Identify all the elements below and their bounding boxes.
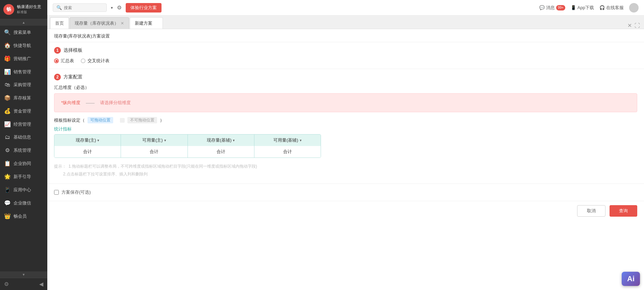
stat-col-4[interactable]: 可用量(基辅) ▾ [254, 135, 321, 146]
section-choose-template: 1 选择模板 汇总表 交叉统计表 [47, 42, 644, 69]
save-checkbox[interactable] [54, 190, 59, 195]
sidebar-item-marketing[interactable]: 🎁 营销推广 [0, 52, 47, 65]
indicator-label-prefix: 模板指标设定（ [54, 117, 85, 123]
sidebar-logo: 畅 畅康通好生意 标准版 [0, 0, 47, 19]
headset-icon: 🎧 [599, 5, 605, 10]
app-download-label: App下载 [577, 5, 594, 11]
online-service-btn[interactable]: 🎧 在线客服 [599, 5, 624, 11]
tab-new-plan[interactable]: 新建方案 ✕ [130, 17, 163, 29]
clipboard-icon: 📋 [4, 160, 11, 167]
inventory-tab-label: 现存量（库存状况表） [75, 20, 119, 26]
sidebar-scroll-down[interactable]: ▼ [0, 271, 47, 278]
tip-1-text: 1.拖动标题栏可以调整布局，不可跨维度或指标区域拖动栏目字段(只能在同一维度或指… [69, 164, 257, 169]
topbar-dropdown[interactable]: ▾ [111, 5, 113, 10]
sidebar-item-finance[interactable]: 💰 资金管理 [0, 104, 47, 118]
new-plan-tab-label: 新建方案 [135, 20, 152, 26]
message-badge: 99+ [556, 5, 565, 10]
message-label: 消息 [546, 5, 555, 11]
stat-table-header: 现存量(主) ▾ 可用量(主) ▾ 现存量(基辅) ▾ [54, 135, 321, 146]
sidebar-item-label: 企业微信 [14, 200, 31, 206]
sidebar-item-label: 营销推广 [14, 56, 31, 62]
sidebar-item-label: 应用中心 [14, 187, 31, 193]
sidebar-scroll-up[interactable]: ▲ [0, 19, 47, 26]
home-icon: 🏠 [4, 42, 11, 49]
topbar-settings-icon[interactable]: ⚙ [117, 4, 122, 11]
panel: 现存量(库存状况表)方案设置 1 选择模板 汇总表 交叉统计表 [47, 29, 644, 290]
tab-home[interactable]: 首页 [50, 17, 69, 29]
indicator-label-suffix: ） [160, 117, 164, 123]
cancel-button[interactable]: 取消 [577, 205, 605, 217]
sidebar-item-label: 搜索菜单 [14, 29, 31, 35]
collapse-icon[interactable]: ◀ [39, 281, 43, 287]
stat-col-3[interactable]: 现存量(基辅) ▾ [188, 135, 254, 146]
sidebar-item-purchase[interactable]: 🛍 采购管理 [0, 78, 47, 91]
sidebar-item-wechat[interactable]: 💬 企业微信 [0, 196, 47, 210]
sidebar-item-label: 畅会员 [14, 213, 27, 219]
radio-cross[interactable]: 交叉统计表 [81, 58, 109, 64]
sidebar-item-quick-nav[interactable]: 🏠 快捷导航 [0, 39, 47, 52]
indicator-settings-label: 模板指标设定（ 可拖动位置 不可拖动位置 ） [54, 117, 637, 123]
sidebar-item-base-info[interactable]: 🗂 基础信息 [0, 131, 47, 144]
dimension-required-text: *纵向维度 [61, 100, 80, 106]
ai-badge[interactable]: Ai [622, 272, 640, 286]
section2-number: 2 [54, 74, 61, 80]
section1-number: 1 [54, 47, 61, 54]
section-plan-config: 2 方案配置 汇总维度（必选） *纵向维度 —— 请选择分组维度 模板指标设定（… [47, 69, 644, 184]
app-logo-text: 畅康通好生意 标准版 [17, 4, 41, 15]
mobile-icon: 📱 [4, 187, 11, 193]
crown-icon: 👑 [4, 213, 11, 219]
sidebar-item-sales[interactable]: 📊 销售管理 [0, 65, 47, 78]
sidebar-item-inventory[interactable]: 📦 库存核算 [0, 91, 47, 104]
panel-header: 现存量(库存状况表)方案设置 [47, 29, 644, 42]
tabs-bar: 首页 现存量（库存状况表） ✕ 新建方案 ✕ ✕ ⛶ [47, 16, 644, 29]
section2-title: 2 方案配置 [54, 74, 637, 80]
sidebar-item-member[interactable]: 👑 畅会员 [0, 210, 47, 223]
main-area: 🔍 ▾ ⚙ 体验行业方案 💬 消息 99+ 📱 App下载 🎧 在线客服 [47, 0, 644, 290]
stat-col-3-arrow: ▾ [233, 138, 235, 143]
radio-summary-label: 汇总表 [61, 58, 74, 64]
new-plan-tab-close[interactable]: ✕ [154, 21, 158, 26]
star-icon: 🌟 [4, 173, 11, 180]
dimension-placeholder-text[interactable]: 请选择分组维度 [100, 100, 131, 106]
sidebar-item-business[interactable]: 📈 经营管理 [0, 118, 47, 131]
app-logo-icon: 畅 [3, 4, 14, 15]
home-tab-label: 首页 [55, 20, 64, 26]
sidebar-item-search[interactable]: 🔍 搜索菜单 [0, 26, 47, 39]
stat-body-col-3: 合计 [188, 146, 254, 158]
expand-window-btn[interactable]: ⛶ [635, 23, 640, 29]
topbar-search[interactable]: 🔍 [53, 3, 107, 12]
trial-btn[interactable]: 体验行业方案 [126, 3, 162, 13]
tab-inventory[interactable]: 现存量（库存状况表） ✕ [70, 17, 129, 29]
stat-col-4-name: 可用量(基辅) [273, 137, 298, 143]
user-avatar[interactable] [629, 3, 639, 13]
stat-col-2-name: 可用量(主) [142, 137, 163, 143]
folder-icon: 🗂 [4, 134, 11, 140]
inventory-tab-close[interactable]: ✕ [121, 21, 124, 26]
sidebar-item-newbie[interactable]: 🌟 新手引导 [0, 170, 47, 183]
close-window-btn[interactable]: ✕ [627, 22, 632, 29]
sidebar-item-enterprise[interactable]: 📋 企业协同 [0, 157, 47, 170]
money-icon: 💰 [4, 108, 11, 114]
settings-bottom-icon[interactable]: ⚙ [4, 281, 9, 287]
radio-cross-circle [81, 58, 85, 63]
dropdown-label: ▾ [111, 5, 113, 10]
save-option-label: 方案保存(可选) [61, 189, 91, 195]
message-btn[interactable]: 💬 消息 99+ [539, 5, 565, 11]
sidebar-item-system[interactable]: ⚙ 系统管理 [0, 144, 47, 157]
radio-cross-label: 交叉统计表 [88, 58, 109, 64]
sidebar-item-app-center[interactable]: 📱 应用中心 [0, 183, 47, 196]
query-button[interactable]: 查询 [610, 205, 637, 217]
search-input[interactable] [64, 5, 98, 10]
radio-summary[interactable]: 汇总表 [54, 58, 74, 64]
section1-title: 1 选择模板 [54, 47, 637, 54]
stat-col-2[interactable]: 可用量(主) ▾ [121, 135, 188, 146]
dimension-dash: —— [86, 100, 95, 105]
app-download-btn[interactable]: 📱 App下载 [571, 5, 594, 11]
tip-1: 提示： 1.拖动标题栏可以调整布局，不可跨维度或指标区域拖动栏目字段(只能在同一… [54, 163, 637, 170]
sidebar-bottom: ⚙ ◀ [0, 278, 47, 290]
chart-icon: 📊 [4, 69, 11, 75]
page-title: 现存量(库存状况表)方案设置 [54, 33, 110, 39]
stat-col-1[interactable]: 现存量(主) ▾ [54, 135, 121, 146]
tip-2: 2.点击标题栏下拉可设置排序、插入列和删除列 [54, 171, 637, 177]
stat-body-col-4: 合计 [254, 146, 321, 158]
